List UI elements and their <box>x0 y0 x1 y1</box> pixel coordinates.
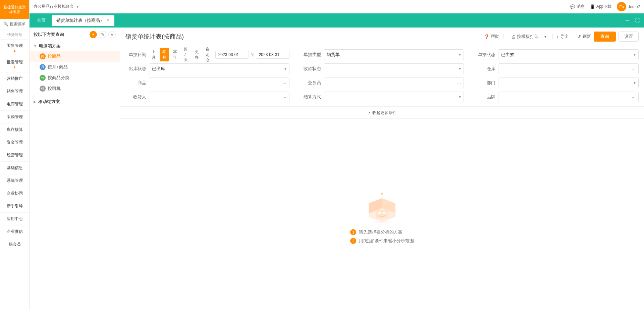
group-expand-icon: ▼ <box>34 44 37 48</box>
payment-control[interactable]: ▾ <box>324 92 464 102</box>
salesman-ellipsis[interactable]: ··· <box>457 80 461 86</box>
empty-illustration <box>362 185 402 225</box>
out-status-control[interactable]: 已出库 ▾ <box>149 63 289 74</box>
product-control[interactable]: ··· <box>149 78 289 88</box>
add-scheme-btn[interactable]: + <box>90 31 97 38</box>
sidebar-item-system[interactable]: 系统管理 <box>0 174 29 187</box>
doc-type-control[interactable]: 销货单 ▾ <box>324 49 464 60</box>
chevron-icon: ▲ <box>13 49 16 52</box>
quick-nav-label: 快捷导航 <box>0 30 29 40</box>
scheme-by-driver[interactable]: 司 按司机 <box>30 83 120 94</box>
tab-close-icon[interactable]: ✕ <box>106 18 110 23</box>
tab-sales-stats[interactable]: 销货单统计表（按商品） ✕ <box>52 15 114 26</box>
edit-scheme-btn[interactable]: ✎ <box>99 31 106 38</box>
scheme-icon-month: 月 <box>40 64 46 70</box>
export-btn[interactable]: ↑ 导出 <box>557 34 569 40</box>
sidebar-item-purchase[interactable]: 采购管理 <box>0 111 29 123</box>
consignee-ellipsis[interactable]: ··· <box>282 94 286 100</box>
sidebar-item-member[interactable]: 畅会员 <box>0 238 29 251</box>
refresh-btn[interactable]: ↺ 刷新 <box>577 34 591 40</box>
tab-minimize-btn[interactable]: ─ <box>623 16 631 24</box>
doc-status-control[interactable]: 已生效 ▾ <box>498 49 639 60</box>
sidebar-item-newguide[interactable]: 新手引导 <box>0 200 29 213</box>
action-divider2 <box>552 34 553 39</box>
sidebar-item-label: 采购管理 <box>7 114 23 120</box>
consignee-control[interactable]: ··· <box>149 92 289 102</box>
mobile-scheme-group-label: 移动端方案 <box>38 99 60 105</box>
salesman-control[interactable]: ··· <box>324 78 464 88</box>
settings-btn[interactable]: 设置 <box>619 32 639 42</box>
print-dropdown-icon[interactable]: ▾ <box>542 33 548 40</box>
sidebar-item-operation[interactable]: 经营管理 <box>0 149 29 162</box>
message-btn[interactable]: 💬 消息 <box>570 4 585 9</box>
sidebar-item-inventory[interactable]: 库存核算 <box>0 123 29 136</box>
filter-payment: 结算方式 ▾ <box>300 92 464 102</box>
avatar: Ea <box>617 2 626 11</box>
search-menu[interactable]: 🔍 搜索菜单 <box>0 19 29 30</box>
brand-control[interactable]: ··· <box>498 92 639 102</box>
date-start-input[interactable] <box>215 51 249 59</box>
user-profile[interactable]: Ea demo2 <box>617 2 640 11</box>
scheme-by-month-product[interactable]: 月 按月+商品 <box>30 62 120 72</box>
date-end-input[interactable] <box>256 51 289 59</box>
filter-row-1: 单据日期 上月 本月 本年 近7天 更多 自定义 至 <box>125 49 639 60</box>
date-tab-this-month[interactable]: 本月 <box>160 48 169 61</box>
sidebar: 畅捷通好生意 标准版 🔍 搜索菜单 快捷导航 零售管理 ▲ 批发管理 ▲ 营销推… <box>0 0 30 310</box>
message-icon: 💬 <box>570 4 575 9</box>
date-tab-last7[interactable]: 近7天 <box>181 46 191 64</box>
scheme-by-product[interactable]: 商 按商品 <box>30 51 120 62</box>
brand-label: 品牌 <box>475 94 498 100</box>
sidebar-item-finance[interactable]: 资金管理 <box>0 136 29 149</box>
sidebar-item-label: 营销推广 <box>7 76 23 82</box>
print-btn[interactable]: 🖨 按模板打印 ▾ <box>508 32 548 41</box>
warehouse-ellipsis[interactable]: ··· <box>632 66 636 71</box>
receive-status-control[interactable]: ▾ <box>324 63 464 74</box>
action-divider3 <box>573 34 573 39</box>
app-logo: 畅捷通好生意 标准版 <box>0 0 30 19</box>
search-icon: 🔍 <box>3 22 8 27</box>
query-panel: 按以下方案查询 + ✎ « ▼ 电脑端方案 商 按商品 月 <box>30 28 120 310</box>
tab-sales-stats-label: 销货单统计表（按商品） <box>56 17 104 23</box>
sidebar-item-sales[interactable]: 销售管理 <box>0 85 29 98</box>
collapse-panel-btn[interactable]: « <box>108 31 116 38</box>
tab-home[interactable]: 首页 <box>32 15 50 26</box>
dept-control[interactable]: ▾ <box>498 78 639 88</box>
doc-status-label: 单据状态 <box>475 52 498 58</box>
help-btn[interactable]: ❓ 帮助 <box>484 34 499 40</box>
sidebar-item-label: 畅会员 <box>9 242 21 247</box>
sidebar-item-basic[interactable]: 基础信息 <box>0 162 29 174</box>
date-tab-last-month[interactable]: 上月 <box>149 48 158 61</box>
sidebar-item-enterprise[interactable]: 企业协同 <box>0 187 29 200</box>
mobile-scheme-group-header[interactable]: ▶ 移动端方案 <box>30 97 120 107</box>
warehouse-control[interactable]: ··· <box>498 63 639 74</box>
sidebar-item-appstore[interactable]: 应用中心 <box>0 213 29 225</box>
tab-maximize-btn[interactable]: ⛶ <box>633 16 641 24</box>
sidebar-item-wechat[interactable]: 企业微信 <box>0 225 29 238</box>
industry-label: 办公用品行业模拟账套 <box>34 4 74 9</box>
doc-type-label: 单据类型 <box>300 52 324 58</box>
date-tab-custom[interactable]: 自定义 <box>203 45 213 64</box>
scheme-by-category[interactable]: 分 按商品分类 <box>30 72 120 83</box>
sidebar-item-marketing[interactable]: 营销推广 <box>0 72 29 85</box>
tab-home-label: 首页 <box>37 17 46 23</box>
header-right: 💬 消息 📱 App下载 Ea demo2 <box>570 2 640 11</box>
query-btn[interactable]: 查询 <box>594 32 616 42</box>
sidebar-item-retail[interactable]: 零售管理 ▲ <box>0 40 29 56</box>
date-tab-more[interactable]: 更多 <box>192 48 202 61</box>
receive-status-chevron: ▾ <box>459 66 461 71</box>
product-ellipsis[interactable]: ··· <box>282 80 286 86</box>
collapse-more-btn[interactable]: ∧ 收起更多条件 <box>364 109 400 117</box>
pc-scheme-group-header[interactable]: ▼ 电脑端方案 <box>30 41 120 51</box>
tip-num-1: 1 <box>350 229 356 235</box>
sidebar-item-ecommerce[interactable]: 电商管理 <box>0 98 29 111</box>
print-icon: 🖨 <box>511 34 516 39</box>
app-download-btn[interactable]: 📱 App下载 <box>590 4 611 9</box>
brand-ellipsis[interactable]: ··· <box>632 94 636 100</box>
dept-chevron: ▾ <box>634 81 636 85</box>
print-btn-main[interactable]: 🖨 按模板打印 <box>508 32 542 41</box>
sidebar-item-wholesale[interactable]: 批发管理 ▲ <box>0 56 29 72</box>
query-panel-actions: + ✎ « <box>90 31 116 38</box>
date-tab-this-year[interactable]: 本年 <box>170 48 180 61</box>
refresh-icon: ↺ <box>577 34 581 39</box>
sidebar-item-label: 企业协同 <box>7 191 23 196</box>
